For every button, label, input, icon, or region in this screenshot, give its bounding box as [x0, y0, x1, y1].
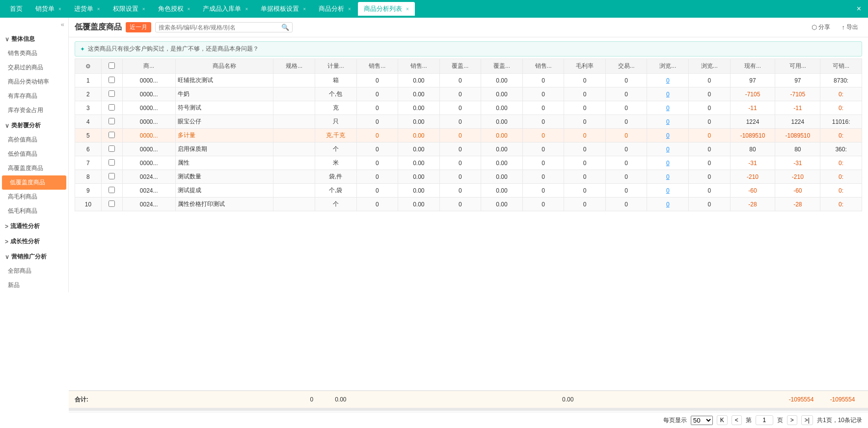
- sidebar-item-all-goods[interactable]: 全部商品: [0, 264, 68, 278]
- nav-tab-sales-close[interactable]: ×: [58, 6, 61, 12]
- col-header-s1[interactable]: 销售...: [356, 59, 398, 74]
- horizontal-scrollbar[interactable]: [69, 408, 868, 411]
- sidebar-item-stock-capital[interactable]: 库存资金占用: [0, 103, 68, 117]
- col-header-b1[interactable]: 浏览...: [647, 59, 689, 74]
- cell-c1: 0: [439, 115, 481, 129]
- search-input[interactable]: [159, 24, 281, 31]
- nav-tab-sales[interactable]: 销货单 ×: [29, 2, 67, 16]
- cell-b1[interactable]: 0: [647, 170, 689, 184]
- col-header-t1[interactable]: 交易...: [605, 59, 647, 74]
- cell-spec: [273, 170, 315, 184]
- cell-b1[interactable]: 0: [647, 198, 689, 211]
- cell-b1[interactable]: 0: [647, 129, 689, 143]
- sidebar-item-sales-goods[interactable]: 销售类商品: [0, 46, 68, 60]
- cell-check[interactable]: [101, 87, 122, 101]
- sidebar-section-liquidity[interactable]: > 流通性分析: [0, 218, 68, 233]
- sidebar-item-low-coverage[interactable]: 低覆盖度商品: [2, 175, 66, 190]
- nav-tab-purchase[interactable]: 进货单 ×: [68, 2, 106, 16]
- prev-page-button[interactable]: <: [732, 415, 742, 425]
- nav-tab-analysis-list-close[interactable]: ×: [406, 6, 409, 12]
- nav-tab-analysis-close[interactable]: ×: [348, 6, 351, 12]
- nav-tab-permission-close[interactable]: ×: [142, 6, 145, 12]
- cell-num: 2: [75, 87, 102, 101]
- next-page-button[interactable]: >: [787, 415, 797, 425]
- cell-check[interactable]: [101, 115, 122, 129]
- nav-tab-template[interactable]: 单据模板设置 ×: [255, 2, 312, 16]
- sidebar-section-growth[interactable]: > 成长性分析: [0, 233, 68, 249]
- cell-s2: 0.00: [398, 170, 440, 184]
- nav-tab-purchase-close[interactable]: ×: [97, 6, 100, 12]
- col-header-code[interactable]: 商...: [122, 59, 175, 74]
- date-filter-button[interactable]: 近一月: [126, 22, 151, 32]
- sidebar-section-overall[interactable]: ∨ 整体信息: [0, 31, 68, 46]
- export-button[interactable]: ↑ 导出: [838, 22, 863, 33]
- window-close-button[interactable]: ×: [854, 4, 864, 13]
- cell-name: 测试提成: [175, 184, 273, 198]
- sidebar-item-high-coverage[interactable]: 高覆盖度商品: [0, 161, 68, 175]
- sidebar-item-high-margin[interactable]: 高毛利商品: [0, 190, 68, 204]
- page-size-select[interactable]: 50 20 100: [691, 416, 713, 425]
- col-header-name[interactable]: 商品名称: [175, 59, 273, 74]
- sidebar-collapse-btn[interactable]: «: [61, 21, 64, 28]
- sidebar-item-low-margin[interactable]: 低毛利商品: [0, 204, 68, 218]
- cell-b1[interactable]: 0: [647, 87, 689, 101]
- cell-c2: 0.00: [481, 101, 523, 115]
- cell-check[interactable]: [101, 184, 122, 198]
- nav-tab-analysis[interactable]: 商品分析 ×: [313, 2, 357, 16]
- sidebar-item-new-goods[interactable]: 新品: [0, 278, 68, 292]
- nav-tab-production-close[interactable]: ×: [245, 6, 248, 12]
- table-row: 5 0000... 多计量 克,千克 0 0.00 0 0.00 0 0 0 0…: [75, 129, 862, 143]
- cell-b1[interactable]: 0: [647, 156, 689, 170]
- sidebar-item-low-value[interactable]: 低价值商品: [0, 147, 68, 161]
- sidebar-item-traded-goods[interactable]: 交易过的商品: [0, 60, 68, 75]
- col-header-b2[interactable]: 浏览...: [689, 59, 731, 74]
- share-button[interactable]: ⬡ 分享: [808, 22, 834, 33]
- sidebar-section-coverage[interactable]: ∨ 类射覆分析: [0, 117, 68, 133]
- nav-tab-template-close[interactable]: ×: [303, 6, 306, 12]
- cell-check[interactable]: [101, 156, 122, 170]
- cell-b2: 0: [689, 101, 731, 115]
- cell-num: 6: [75, 143, 102, 156]
- nav-tab-role-close[interactable]: ×: [188, 6, 190, 12]
- col-header-saleable[interactable]: 可销...: [820, 59, 862, 74]
- nav-tab-role[interactable]: 角色授权 ×: [152, 2, 196, 16]
- cell-check[interactable]: [101, 74, 122, 87]
- settings-icon[interactable]: ⚙: [85, 63, 91, 70]
- first-page-button[interactable]: K: [717, 415, 728, 425]
- col-header-unit[interactable]: 计量...: [315, 59, 356, 74]
- cell-t1: 0: [605, 115, 647, 129]
- col-header-c1[interactable]: 覆盖...: [439, 59, 481, 74]
- sidebar-section-marketing[interactable]: ∨ 营销推广分析: [0, 249, 68, 264]
- col-header-c2[interactable]: 覆盖...: [481, 59, 523, 74]
- select-all-checkbox[interactable]: [108, 62, 115, 69]
- cell-b1[interactable]: 0: [647, 143, 689, 156]
- col-header-check[interactable]: [101, 59, 122, 74]
- col-header-s3[interactable]: 销售...: [522, 59, 564, 74]
- col-header-stock[interactable]: 现有...: [730, 59, 775, 74]
- cell-check[interactable]: [101, 129, 122, 143]
- cell-stock: 1224: [730, 115, 775, 129]
- nav-tab-home[interactable]: 首页: [4, 2, 28, 16]
- cell-check[interactable]: [101, 101, 122, 115]
- page-number-input[interactable]: [756, 415, 773, 425]
- col-header-spec[interactable]: 规格...: [273, 59, 315, 74]
- sidebar-item-category-rate[interactable]: 商品分类动销率: [0, 75, 68, 89]
- col-header-available[interactable]: 可用...: [775, 59, 820, 74]
- nav-tab-permission[interactable]: 权限设置 ×: [107, 2, 151, 16]
- sidebar-item-high-value[interactable]: 高价值商品: [0, 133, 68, 147]
- cell-b1[interactable]: 0: [647, 115, 689, 129]
- cell-check[interactable]: [101, 143, 122, 156]
- sidebar-item-stock-goods[interactable]: 有库存商品: [0, 89, 68, 103]
- nav-tab-production[interactable]: 产成品入库单 ×: [197, 2, 254, 16]
- cell-check[interactable]: [101, 170, 122, 184]
- cell-check[interactable]: [101, 198, 122, 211]
- last-page-button[interactable]: >|: [801, 415, 813, 425]
- col-header-margin[interactable]: 毛利率: [564, 59, 606, 74]
- nav-tab-analysis-list[interactable]: 商品分析列表 ×: [358, 2, 415, 16]
- col-header-s2[interactable]: 销售...: [398, 59, 440, 74]
- total-row: 合计: 0 0.00 0.00 -1095554 -1095554: [69, 390, 868, 408]
- cell-b1[interactable]: 0: [647, 101, 689, 115]
- table-row: 2 0000... 牛奶 个,包 0 0.00 0 0.00 0 0 0 0 0…: [75, 87, 862, 101]
- cell-b1[interactable]: 0: [647, 184, 689, 198]
- cell-b1[interactable]: 0: [647, 74, 689, 87]
